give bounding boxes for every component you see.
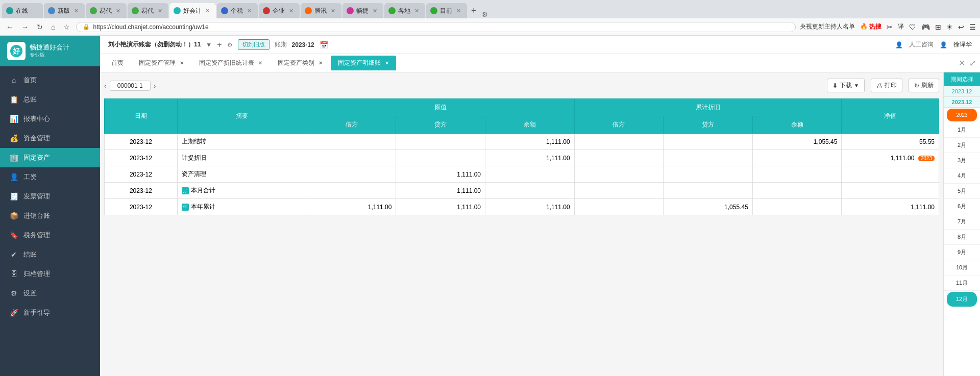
tab-close-8[interactable]: ✕ [330,7,336,15]
shield-icon[interactable]: 🛡 [909,23,916,31]
download-label: 下载 [840,81,852,90]
tab-close-11[interactable]: ✕ [455,7,462,15]
tab-home[interactable]: 首页 [104,56,131,70]
bookmark-button[interactable]: ☆ [61,23,72,31]
tab-close-2[interactable]: ✕ [73,7,80,15]
sidebar-item-guide[interactable]: 🚀 新手引导 [0,303,100,322]
period-month-6[interactable]: 6月 [944,199,980,214]
period-month-2[interactable]: 2月 [944,138,980,153]
print-button[interactable]: 🖨 打印 [871,79,902,92]
tab-settings-icon[interactable]: ⚙ [482,11,488,18]
tab-close-4[interactable]: ✕ [157,7,163,15]
tab-close-9[interactable]: ✕ [372,7,378,15]
download-button[interactable]: ⬇ 下载 ▼ [827,79,865,92]
next-page-button[interactable]: › [154,82,156,90]
period-panel: 期间选择 2023.12 2023.12 2023 1月 2月 3月 4月 5月… [943,72,980,376]
period-month-7[interactable]: 7月 [944,214,980,230]
period-month-4[interactable]: 4月 [944,168,980,184]
period-month-11[interactable]: 11月 [944,275,980,291]
browser-tab-2[interactable]: 新版 ✕ [44,3,85,18]
reports-icon: 📊 [9,114,18,123]
settings-small-icon[interactable]: ⚙ [227,41,233,48]
sidebar-item-stock[interactable]: 📦 进销台账 [0,206,100,225]
scissors-icon[interactable]: ✂ [887,23,893,31]
tab-depreciation-stats[interactable]: 固定资产折旧统计表 ✕ [192,56,270,70]
period-month-8[interactable]: 8月 [944,230,980,245]
tab-asset-category-label: 固定资产类别 [278,59,314,67]
user-btn[interactable]: 徐译华 [953,40,972,49]
tab-title-3: 易代 [100,7,112,15]
browser-tab-5[interactable]: 好会计 ✕ [169,3,216,18]
tab-close-all-icon[interactable]: ✕ [959,58,965,68]
period-month-1[interactable]: 1月 [944,122,980,138]
period-month-5[interactable]: 5月 [944,184,980,199]
back-button[interactable]: ← [4,23,15,31]
help-btn[interactable]: 人工咨询 [909,40,934,49]
browser-tab-7[interactable]: 企业 ✕ [259,3,300,18]
sidebar-item-home[interactable]: ⌂ 首页 [0,70,100,90]
sidebar-item-fund[interactable]: 💰 资金管理 [0,129,100,148]
tab-close-6[interactable]: ✕ [246,7,253,15]
tab-close-10[interactable]: ✕ [413,7,420,15]
browser-tab-11[interactable]: 目前 ✕ [426,3,467,18]
menu-icon[interactable]: ☰ [969,23,976,31]
refresh-button[interactable]: ↻ 刷新 [909,79,939,92]
game-icon[interactable]: 🎮 [921,23,930,31]
browser-tab-3[interactable]: 易代 ✕ [86,3,127,18]
tab-close-7[interactable]: ✕ [288,7,295,15]
address-bar[interactable]: 🔒 https://cloud.chanjet.com/accounting/u… [76,22,795,32]
tab-fixed-mgmt[interactable]: 固定资产管理 ✕ [132,56,191,70]
tab-close-3[interactable]: ✕ [115,7,121,15]
period-year-badge[interactable]: 2023 [947,109,977,121]
sidebar-item-invoice[interactable]: 🧾 发票管理 [0,187,100,206]
page-number-box[interactable]: 000001 1 [110,81,151,91]
sun-icon[interactable]: ☀ [946,23,953,31]
tab-close-fixed-mgmt[interactable]: ✕ [180,60,184,66]
period-month-3[interactable]: 3月 [944,153,980,168]
forward-button[interactable]: → [19,23,31,31]
sidebar-item-ledger[interactable]: 📋 总账 [0,90,100,109]
browser-tab-6[interactable]: 个税 ✕ [217,3,258,18]
sidebar-item-wage[interactable]: 👤 工资 [0,167,100,187]
home-nav-button[interactable]: ⌂ [49,23,57,31]
sidebar-item-archive[interactable]: 🗄 归档管理 [0,264,100,284]
tab-favicon-9 [347,7,354,14]
period-month-10[interactable]: 10月 [944,260,980,275]
dropdown-icon[interactable]: ▼ [206,41,212,48]
tab-asset-detail[interactable]: 固定资产明细账 ✕ [331,56,396,70]
new-tab-button[interactable]: + [468,3,480,18]
browser-tab-8[interactable]: 腾讯 ✕ [301,3,341,18]
add-account-btn[interactable]: + [217,40,222,49]
switch-version-button[interactable]: 切到旧版 [238,39,270,50]
tab-close-asset-detail[interactable]: ✕ [385,60,389,66]
undo-icon[interactable]: ↩ [958,23,964,31]
sidebar-item-closeacc[interactable]: ✔ 结账 [0,245,100,264]
row3-date: 2023-12 [105,166,178,183]
row5-acc-debit [574,199,664,215]
header-summary: 摘要 [177,99,307,134]
browser-tab-4[interactable]: 易代 ✕ [128,3,168,18]
browser-tab-1[interactable]: 在线 [2,3,43,18]
translate-icon[interactable]: 译 [898,22,904,31]
tab-close-5[interactable]: ✕ [204,7,211,15]
sidebar-item-reports[interactable]: 📊 报表中心 [0,109,100,129]
tab-close-asset-cat[interactable]: ✕ [318,60,323,66]
tab-expand-icon[interactable]: ⤢ [969,58,976,68]
prev-page-button[interactable]: ‹ [104,82,107,90]
sidebar-item-tax[interactable]: 🔖 税务管理 [0,225,100,245]
row3-orig-balance [485,166,575,183]
header-accumulated-dep: 累计折旧 [574,99,842,116]
tab-asset-category[interactable]: 固定资产类别 ✕ [271,56,330,70]
fixed-assets-icon: 🏢 [9,153,18,162]
sidebar-item-settings[interactable]: ⚙ 设置 [0,284,100,303]
calendar-icon[interactable]: 📅 [320,41,328,49]
browser-tab-10[interactable]: 各地 ✕ [384,3,425,18]
grid-icon[interactable]: ⊞ [935,23,941,31]
table-row: 2023-12 资产清理 1,111.00 [105,166,939,183]
period-month-9[interactable]: 9月 [944,245,980,260]
sidebar-item-fixed-assets[interactable]: 🏢 固定资产 [0,148,100,167]
tab-close-dep-stats[interactable]: ✕ [258,60,262,66]
browser-tab-9[interactable]: 畅捷 ✕ [342,3,383,18]
period-month-12[interactable]: 12月 [947,292,977,307]
reload-button[interactable]: ↻ [35,23,45,31]
